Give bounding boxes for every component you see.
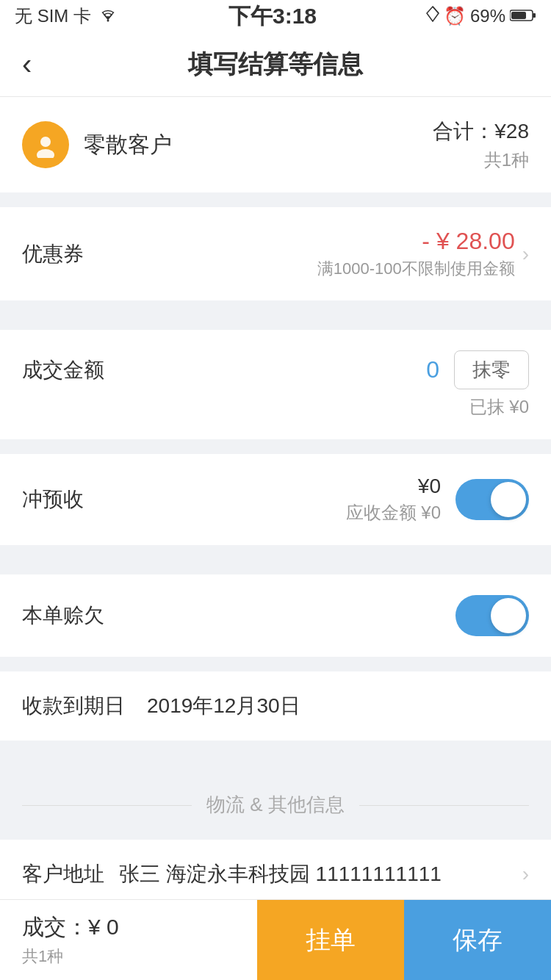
logistics-section-header: 物流 & 其他信息: [0, 770, 551, 840]
coupon-description: 满1000-100不限制使用金额: [317, 258, 515, 280]
address-label: 客户地址: [22, 860, 104, 888]
content: 零散客户 合计：¥28 共1种 优惠券 - ¥ 28.00 满1000-100不…: [0, 97, 551, 980]
address-left: 客户地址 张三 海淀永丰科技园 11111111111: [22, 860, 442, 888]
address-value: 张三 海淀永丰科技园 11111111111: [119, 860, 442, 888]
svg-point-5: [37, 149, 54, 158]
prepay-amount: ¥0: [346, 475, 441, 498]
coupon-label: 优惠券: [22, 240, 84, 268]
coupon-row[interactable]: 优惠券 - ¥ 28.00 满1000-100不限制使用金额 ›: [0, 207, 551, 300]
status-left: 无 SIM 卡: [15, 4, 119, 28]
back-button[interactable]: ‹: [22, 48, 32, 81]
prepay-info: ¥0 应收金额 ¥0: [346, 475, 441, 525]
customer-card: 零散客户 合计：¥28 共1种: [0, 97, 551, 192]
status-bar: 无 SIM 卡 下午3:18 ⏰ 69%: [0, 0, 551, 32]
customer-count: 共1种: [433, 148, 529, 172]
battery-percent: 69%: [470, 6, 505, 26]
save-button[interactable]: 保存: [404, 900, 551, 981]
section-divider-1: [0, 315, 551, 330]
address-card[interactable]: 客户地址 张三 海淀永丰科技园 11111111111 ›: [0, 840, 551, 909]
transaction-label: 成交金额: [22, 356, 104, 384]
customer-right: 合计：¥28 共1种: [433, 118, 529, 172]
prepay-receivable: 应收金额 ¥0: [346, 501, 441, 525]
prepay-section: 冲预收 ¥0 应收金额 ¥0: [0, 454, 551, 545]
bottom-deal-label: 成交：: [22, 915, 88, 939]
location-icon: [426, 6, 439, 26]
no-sim-text: 无 SIM 卡: [15, 4, 91, 28]
round-zero-button[interactable]: 抹零: [454, 350, 529, 389]
deferred-card: 本单赊欠: [0, 574, 551, 657]
due-date-value: 2019年12月30日: [147, 692, 300, 720]
prepay-card: 冲预收 ¥0 应收金额 ¥0: [0, 454, 551, 545]
transaction-value: 0: [426, 356, 439, 383]
transaction-right: 0 抹零: [426, 350, 529, 389]
customer-row: 零散客户 合计：¥28 共1种: [0, 97, 551, 192]
wifi-icon: [97, 6, 119, 26]
bottom-count: 共1种: [22, 945, 235, 968]
due-date-label: 收款到期日: [22, 692, 125, 720]
chevron-right-icon: ›: [522, 242, 529, 266]
address-chevron-icon: ›: [522, 862, 529, 886]
coupon-discount: - ¥ 28.00: [317, 228, 515, 255]
transaction-row: 成交金额 0 抹零: [22, 350, 529, 389]
prepay-right: ¥0 应收金额 ¥0: [346, 475, 529, 525]
customer-avatar: [22, 121, 69, 168]
bottom-bar: 成交：¥ 0 共1种 挂单 保存: [0, 899, 551, 980]
page-title: 填写结算等信息: [188, 48, 363, 82]
svg-rect-3: [511, 12, 526, 19]
customer-name: 零散客户: [84, 130, 172, 160]
logistics-text: 物流 & 其他信息: [192, 792, 359, 818]
bottom-deal-amount: ¥ 0: [88, 915, 119, 939]
due-date-section: 收款到期日 2019年12月30日: [0, 671, 551, 741]
status-right: ⏰ 69%: [426, 6, 536, 26]
alarm-icon: ⏰: [444, 6, 466, 26]
deferred-toggle[interactable]: [455, 595, 529, 636]
coupon-info: - ¥ 28.00 满1000-100不限制使用金额: [317, 228, 515, 280]
svg-rect-2: [533, 13, 536, 18]
svg-point-0: [107, 20, 109, 22]
bottom-deal-row: 成交：¥ 0: [22, 912, 235, 943]
bottom-info: 成交：¥ 0 共1种: [0, 912, 257, 968]
transaction-card: 成交金额 0 抹零 已抹 ¥0: [0, 330, 551, 439]
nav-bar: ‹ 填写结算等信息: [0, 32, 551, 97]
customer-left: 零散客户: [22, 121, 172, 168]
hold-order-button[interactable]: 挂单: [257, 900, 404, 981]
customer-total: 合计：¥28: [433, 118, 529, 145]
deferred-row: 本单赊欠: [22, 595, 529, 636]
address-section[interactable]: 客户地址 张三 海淀永丰科技园 11111111111 ›: [0, 840, 551, 909]
due-date-card: 收款到期日 2019年12月30日: [0, 671, 551, 741]
coupon-card[interactable]: 优惠券 - ¥ 28.00 满1000-100不限制使用金额 ›: [0, 207, 551, 300]
deferred-label: 本单赊欠: [22, 602, 104, 630]
prepay-row: 冲预收 ¥0 应收金额 ¥0: [22, 475, 529, 525]
prepay-label: 冲预收: [22, 486, 84, 514]
svg-point-4: [40, 137, 51, 147]
address-row[interactable]: 客户地址 张三 海淀永丰科技园 11111111111 ›: [22, 860, 529, 888]
already-rounded-text: 已抹 ¥0: [22, 395, 529, 419]
transaction-section: 成交金额 0 抹零 已抹 ¥0: [0, 330, 551, 439]
status-time: 下午3:18: [228, 1, 317, 32]
section-divider-3: [0, 755, 551, 770]
prepay-toggle[interactable]: [455, 479, 529, 520]
due-date-row: 收款到期日 2019年12月30日: [22, 692, 529, 720]
section-divider-2: [0, 560, 551, 574]
battery-icon: [510, 6, 536, 26]
deferred-section: 本单赊欠: [0, 574, 551, 657]
coupon-right: - ¥ 28.00 满1000-100不限制使用金额 ›: [317, 228, 529, 280]
